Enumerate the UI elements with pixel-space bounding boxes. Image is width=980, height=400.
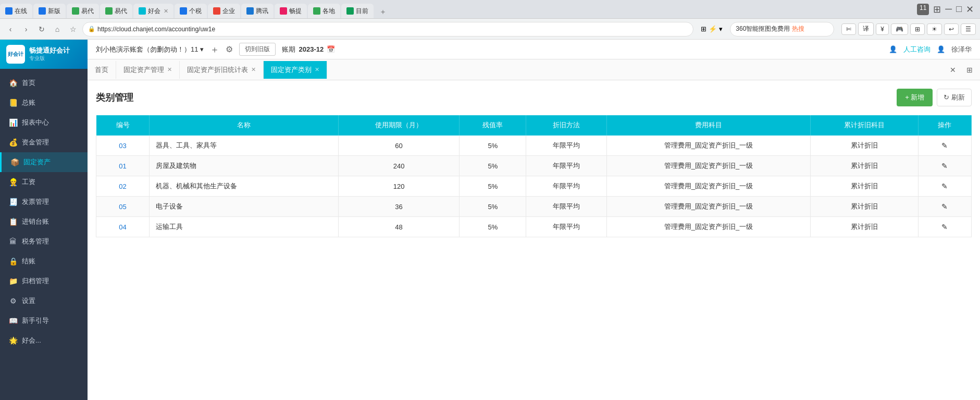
- browser-tab-8[interactable]: 畅提: [275, 4, 307, 18]
- calendar-icon[interactable]: 📅: [327, 45, 335, 53]
- browser-tab-7[interactable]: 腾讯: [241, 4, 274, 18]
- sub-tab-close-3[interactable]: ✕: [315, 66, 319, 73]
- page-content: 类别管理 + 新增 ↻ 刷新 编号名称使用期限（月）残值率折旧方法费用科目累计折…: [88, 80, 980, 400]
- sub-tab-2[interactable]: 固定资产折旧统计表✕: [180, 61, 264, 79]
- row-expense-1: 管理费用_固定资产折旧_一级: [606, 156, 811, 176]
- user-label: 刘小艳演示账套（勿删勿动！）11: [96, 45, 198, 54]
- tab-close-4[interactable]: ✕: [164, 8, 168, 15]
- reload-button[interactable]: ↻: [35, 23, 48, 35]
- address-bar[interactable]: 🔒 https://cloud.chanjet.com/accounting/u…: [82, 22, 693, 37]
- browser-tab-6[interactable]: 企业: [208, 4, 240, 18]
- settings-icon[interactable]: ⚙: [226, 44, 233, 54]
- browser-tab-2[interactable]: 易代: [67, 4, 99, 18]
- address-text: https://cloud.chanjet.com/accounting/uw1…: [97, 26, 215, 33]
- sub-tab-close-2[interactable]: ✕: [251, 66, 256, 73]
- browser-tab-0[interactable]: 在线: [0, 4, 32, 18]
- undo-tool[interactable]: ↩: [944, 23, 959, 35]
- row-period-3: 36: [338, 197, 459, 217]
- sidebar-item-4[interactable]: 📦固定资产: [0, 152, 88, 172]
- row-residual-1: 5%: [460, 156, 526, 176]
- tab-count-badge: 11: [917, 4, 929, 15]
- sub-tab-1[interactable]: 固定资产管理✕: [116, 61, 180, 79]
- dropdown-arrow[interactable]: ▾: [200, 45, 204, 53]
- row-expense-0: 管理费用_固定资产折旧_一级: [606, 136, 811, 156]
- browser-tab-4[interactable]: 好会✕: [133, 4, 173, 18]
- sidebar-item-1[interactable]: 📒总账: [0, 93, 88, 113]
- close-icon[interactable]: ✕: [966, 4, 974, 15]
- lightning-icon[interactable]: ⚡: [709, 25, 717, 33]
- game-tool[interactable]: 🎮: [891, 23, 908, 35]
- browser-tab-3[interactable]: 易代: [100, 4, 132, 18]
- row-op-0[interactable]: ✎: [918, 136, 971, 156]
- extensions-icon[interactable]: ⊞: [933, 4, 941, 15]
- sidebar-item-12[interactable]: 📖新手引导: [0, 311, 88, 331]
- sidebar-label-4: 固定资产: [23, 157, 51, 167]
- header-right: 👤 人工咨询 👤 徐泽华: [889, 45, 972, 54]
- search-text: 360智能抠图免费用: [736, 25, 790, 33]
- wallet-tool[interactable]: ¥: [876, 23, 889, 35]
- row-id-link-1[interactable]: 01: [119, 162, 126, 170]
- refresh-button[interactable]: ↻ 刷新: [937, 89, 972, 106]
- bookmark-button[interactable]: ☆: [67, 23, 79, 35]
- sidebar-icon-3: 💰: [8, 138, 18, 147]
- sub-tab-label-3: 固定资产类别: [271, 65, 312, 75]
- row-op-3[interactable]: ✎: [918, 197, 971, 217]
- sidebar-icon-6: 🧾: [8, 197, 18, 207]
- translate-tool[interactable]: 译: [858, 22, 874, 35]
- sidebar-item-2[interactable]: 📊报表中心: [0, 113, 88, 132]
- browser-tab-1[interactable]: 新版: [33, 4, 66, 18]
- brightness-tool[interactable]: ☀: [927, 23, 942, 35]
- row-id-link-3[interactable]: 05: [119, 203, 126, 211]
- grid-tool[interactable]: ⊞: [910, 23, 925, 35]
- menu-tool[interactable]: ☰: [961, 23, 976, 35]
- maximize-icon[interactable]: □: [956, 4, 962, 15]
- add-account-button[interactable]: ＋: [210, 43, 219, 56]
- row-id-link-0[interactable]: 03: [119, 142, 126, 150]
- new-tab-button[interactable]: ＋: [377, 6, 389, 18]
- user-name[interactable]: 徐泽华: [951, 45, 972, 54]
- sidebar-item-11[interactable]: ⚙设置: [0, 291, 88, 311]
- switch-btn[interactable]: 切到旧版: [239, 43, 276, 56]
- minimize-icon[interactable]: ─: [945, 4, 952, 15]
- table-row: 04运输工具485%年限平均管理费用_固定资产折旧_一级累计折旧✎: [96, 217, 972, 237]
- tab-favicon-4: [139, 7, 146, 15]
- sidebar-item-8[interactable]: 🏛税务管理: [0, 232, 88, 251]
- browser-tab-5[interactable]: 个税: [175, 4, 207, 18]
- row-period-2: 120: [338, 176, 459, 197]
- browser-tab-9[interactable]: 各地: [308, 4, 340, 18]
- sidebar-icon-8: 🏛: [8, 237, 18, 246]
- back-button[interactable]: ‹: [4, 23, 17, 35]
- sidebar-item-5[interactable]: 👷工资: [0, 172, 88, 192]
- sidebar-logo: 好会计 畅捷通好会计 专业版: [0, 40, 88, 69]
- sidebar-item-10[interactable]: 📁归档管理: [0, 271, 88, 291]
- sidebar-item-9[interactable]: 🔒结账: [0, 251, 88, 271]
- add-button[interactable]: + 新增: [897, 89, 933, 106]
- row-op-1[interactable]: ✎: [918, 156, 971, 176]
- home-button[interactable]: ⌂: [51, 23, 64, 35]
- user-info: 刘小艳演示账套（勿删勿动！）11 ▾: [96, 45, 204, 54]
- sub-nav-expand-icon[interactable]: ⊞: [963, 64, 976, 76]
- sidebar-item-6[interactable]: 🧾发票管理: [0, 192, 88, 212]
- sub-tab-close-1[interactable]: ✕: [167, 66, 172, 73]
- sidebar-label-1: 总账: [22, 98, 35, 107]
- row-id-link-4[interactable]: 04: [119, 223, 126, 231]
- sidebar-item-13[interactable]: 🌟好会...: [0, 331, 88, 350]
- sidebar-item-7[interactable]: 📋进销台账: [0, 212, 88, 232]
- sub-tab-0[interactable]: 首页: [88, 61, 116, 79]
- browser-tab-10[interactable]: 目前: [341, 4, 374, 18]
- sidebar-item-3[interactable]: 💰资金管理: [0, 132, 88, 152]
- cut-tool[interactable]: ✄: [841, 23, 856, 35]
- sub-tab-3[interactable]: 固定资产类别✕: [264, 61, 327, 79]
- row-op-4[interactable]: ✎: [918, 217, 971, 237]
- row-op-2[interactable]: ✎: [918, 176, 971, 197]
- sidebar-item-0[interactable]: 🏠首页: [0, 73, 88, 93]
- search-bar[interactable]: 360智能抠图免费用 热搜: [730, 22, 834, 37]
- devices-icon[interactable]: ⊞: [701, 25, 706, 33]
- sidebar-icon-12: 📖: [8, 316, 18, 325]
- forward-button[interactable]: ›: [20, 23, 32, 35]
- row-id-link-2[interactable]: 02: [119, 183, 126, 190]
- dropdown-icon[interactable]: ▾: [719, 25, 723, 33]
- col-header-0: 编号: [96, 115, 150, 136]
- sub-nav-close-icon[interactable]: ✕: [947, 64, 959, 76]
- consult-label[interactable]: 人工咨询: [903, 45, 931, 54]
